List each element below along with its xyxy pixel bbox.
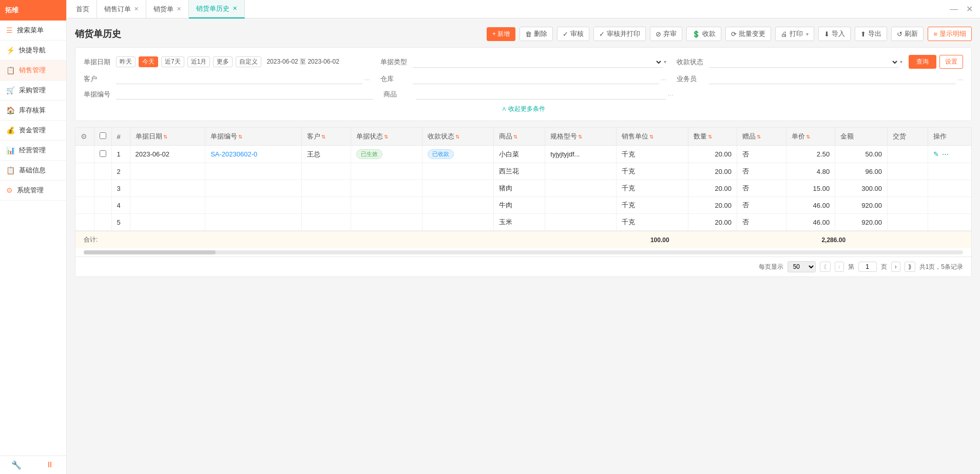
- table-settings-gear-icon[interactable]: ⚙: [81, 132, 87, 141]
- sidebar-item-sales-mgmt[interactable]: 📋 销售管理: [0, 61, 66, 81]
- date-more-btn[interactable]: 更多: [213, 56, 233, 67]
- sidebar-item-label: 快捷导航: [19, 46, 46, 55]
- cell-settings: [75, 214, 94, 231]
- warehouse-input[interactable]: [413, 74, 659, 84]
- pagination-prev-btn[interactable]: ‹: [835, 262, 844, 272]
- sidebar-item-purchase-mgmt[interactable]: 🛒 采购管理: [0, 81, 66, 101]
- col-collect-status[interactable]: 收款状态⇅: [422, 128, 493, 146]
- toolbar: + 新增 🗑 删除 ✓ 审核 ✓ 审核并打印 ⊘ 弃审: [487, 27, 972, 41]
- col-unit[interactable]: 销售单位⇅: [617, 128, 688, 146]
- collect-status-select[interactable]: [709, 56, 899, 68]
- table-row: 12023-06-02SA-20230602-0王总已生效已收款小白菜tyjyj…: [75, 146, 971, 163]
- col-customer[interactable]: 客户⇅: [302, 128, 351, 146]
- audit-button[interactable]: ✓ 审核: [557, 27, 589, 41]
- refresh-button[interactable]: ↺ 刷新: [891, 27, 924, 41]
- col-settings[interactable]: ⚙: [75, 128, 94, 146]
- col-goods[interactable]: 商品⇅: [493, 128, 545, 146]
- sidebar-bottom-left-btn[interactable]: 🔧: [0, 456, 33, 474]
- sidebar-item-quick-nav[interactable]: ⚡ 快捷导航: [0, 41, 66, 61]
- select-all-checkbox[interactable]: [100, 132, 106, 139]
- export-button[interactable]: ⬆ 导出: [855, 27, 887, 41]
- sidebar-item-sys-mgmt[interactable]: ⚙ 系统管理: [0, 181, 66, 201]
- col-actions: 操作: [928, 128, 971, 146]
- tab-sales-history-close[interactable]: ✕: [233, 5, 237, 12]
- doc-type-select[interactable]: [413, 56, 663, 68]
- audit-print-button[interactable]: ✓ 审核并打印: [593, 27, 646, 41]
- abandon-button[interactable]: ⊘ 弃审: [650, 27, 682, 41]
- col-doc-no[interactable]: 单据编号⇅: [205, 128, 302, 146]
- doc-no-input[interactable]: [116, 89, 373, 100]
- cell-doc-status: [351, 180, 422, 197]
- cell-amount: 96.00: [835, 163, 888, 180]
- settings-button[interactable]: 设置: [939, 55, 963, 69]
- batch-change-button[interactable]: ⟳ 批量变更: [725, 27, 771, 41]
- show-detail-button[interactable]: ≡ 显示明细: [928, 27, 972, 41]
- import-button[interactable]: ⬇ 导入: [818, 27, 851, 41]
- horizontal-scrollbar[interactable]: [84, 250, 963, 254]
- col-date[interactable]: 单据日期⇅: [130, 128, 205, 146]
- cell-price: 2.50: [786, 146, 835, 163]
- cell-settings: [75, 197, 94, 214]
- doc-no-sort-icon: ⇅: [238, 134, 242, 140]
- tab-sales-order[interactable]: 销售订单 ✕: [97, 0, 146, 18]
- customer-input[interactable]: [116, 74, 362, 84]
- edit-icon[interactable]: ✎: [933, 150, 939, 158]
- sidebar-item-ops[interactable]: 📊 经营管理: [0, 141, 66, 161]
- page-size-select[interactable]: 50 20 100: [787, 261, 816, 272]
- date-custom-btn[interactable]: 自定义: [236, 56, 261, 67]
- goods-sort-icon: ⇅: [513, 134, 517, 140]
- sidebar-item-label: 基础信息: [19, 166, 46, 175]
- tab-minus-btn[interactable]: —: [947, 4, 961, 15]
- col-doc-status[interactable]: 单据状态⇅: [351, 128, 422, 146]
- staff-input[interactable]: [709, 74, 955, 84]
- print-button[interactable]: 🖨 打印 ▾: [775, 27, 814, 41]
- warehouse-more-icon[interactable]: ···: [661, 75, 667, 83]
- page-label-after: 页: [881, 263, 887, 271]
- sidebar-item-search-menu[interactable]: ☰ 搜索菜单: [0, 21, 66, 41]
- pagination-first-btn[interactable]: ⟪: [820, 262, 831, 272]
- col-price[interactable]: 单价⇅: [786, 128, 835, 146]
- cell-settings: [75, 146, 94, 163]
- staff-more-icon[interactable]: ···: [957, 75, 963, 83]
- query-button[interactable]: 查询: [909, 55, 936, 69]
- row-checkbox[interactable]: [100, 150, 106, 157]
- date-yesterday-btn[interactable]: 昨天: [116, 56, 136, 67]
- tab-sales-order-close[interactable]: ✕: [134, 6, 139, 12]
- page-number-input[interactable]: [858, 262, 877, 272]
- sidebar-item-base-info[interactable]: 📋 基础信息: [0, 161, 66, 181]
- pagination-next-btn[interactable]: ›: [891, 262, 900, 272]
- sidebar-bottom-right-btn[interactable]: ⏸: [33, 456, 67, 474]
- sidebar-item-inventory[interactable]: 🏠 库存核算: [0, 101, 66, 121]
- pagination-last-btn[interactable]: ⟫: [905, 262, 915, 272]
- tab-sales-history[interactable]: 销货单历史 ✕: [189, 0, 245, 18]
- new-button[interactable]: + 新增: [487, 27, 515, 41]
- cell-doc-status: [351, 163, 422, 180]
- col-spec[interactable]: 规格型号⇅: [545, 128, 617, 146]
- col-gift[interactable]: 赠品⇅: [737, 128, 786, 146]
- sidebar-item-label: 采购管理: [19, 86, 46, 95]
- date-1month-btn[interactable]: 近1月: [187, 56, 210, 67]
- sidebar-item-finance[interactable]: 💰 资金管理: [0, 121, 66, 141]
- tab-sales-goods[interactable]: 销货单 ✕: [146, 0, 189, 18]
- staff-filter-item: 业务员 ···: [677, 74, 963, 84]
- collect-button[interactable]: 💲 收款: [686, 27, 721, 41]
- goods-more-icon[interactable]: ···: [668, 91, 674, 98]
- collapse-btn[interactable]: ∧ 收起更多条件: [502, 105, 545, 112]
- cell-doc-no: SA-20230602-0: [205, 146, 302, 163]
- date-7days-btn[interactable]: 近7天: [161, 56, 184, 67]
- cell-date: [130, 214, 205, 231]
- goods-input[interactable]: [416, 89, 665, 100]
- tab-home[interactable]: 首页: [69, 0, 97, 18]
- col-qty[interactable]: 数量⇅: [688, 128, 737, 146]
- tab-sales-goods-close[interactable]: ✕: [177, 6, 181, 12]
- home-icon: 🏠: [6, 106, 15, 114]
- tab-close-all-btn[interactable]: ✕: [963, 3, 976, 15]
- cell-num: 3: [111, 180, 130, 197]
- delete-button[interactable]: 🗑 删除: [520, 27, 553, 41]
- date-today-btn[interactable]: 今天: [139, 56, 158, 67]
- cell-collect-status: [422, 197, 493, 214]
- doc-no-link[interactable]: SA-20230602-0: [210, 150, 257, 158]
- cell-collect-status: [422, 180, 493, 197]
- more-action-icon[interactable]: ⋯: [942, 150, 949, 158]
- customer-more-icon[interactable]: ···: [364, 75, 370, 83]
